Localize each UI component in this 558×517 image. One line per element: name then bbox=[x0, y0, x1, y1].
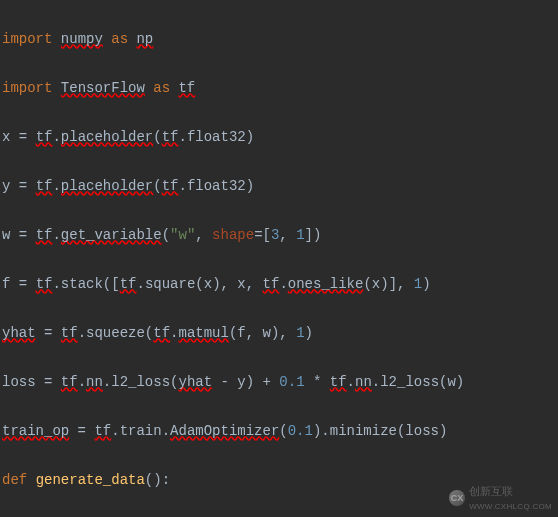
num-1: 1 bbox=[296, 227, 304, 243]
alias-tf: tf bbox=[178, 80, 195, 96]
fn-adam: AdamOptimizer bbox=[170, 423, 279, 439]
module-numpy: numpy bbox=[61, 31, 103, 47]
code-line: f = tf.stack([tf.square(x), x, tf.ones_l… bbox=[0, 272, 558, 297]
code-line: x = tf.placeholder(tf.float32) bbox=[0, 125, 558, 150]
num-1: 1 bbox=[296, 325, 304, 341]
keyword-as: as bbox=[153, 80, 170, 96]
ref-tf: tf bbox=[263, 276, 280, 292]
ref-tf: tf bbox=[162, 178, 179, 194]
fn-l2-loss: l2_loss bbox=[111, 374, 170, 390]
code-line: yhat = tf.squeeze(tf.matmul(f, w), 1) bbox=[0, 321, 558, 346]
watermark-icon: CX bbox=[449, 490, 465, 506]
def-generate-data: generate_data bbox=[36, 472, 145, 488]
ref-tf: tf bbox=[61, 325, 78, 341]
fn-ones-like: ones_like bbox=[288, 276, 364, 292]
ref-tf: tf bbox=[36, 129, 53, 145]
fn-matmul: matmul bbox=[178, 325, 228, 341]
fn-minimize: minimize bbox=[330, 423, 397, 439]
num-0-1: 0.1 bbox=[288, 423, 313, 439]
keyword-import: import bbox=[2, 80, 52, 96]
ref-tf: tf bbox=[120, 276, 137, 292]
type-float32: float32 bbox=[187, 129, 246, 145]
ref-nn: nn bbox=[355, 374, 372, 390]
fn-square: square bbox=[145, 276, 195, 292]
num-1: 1 bbox=[414, 276, 422, 292]
ref-tf: tf bbox=[36, 227, 53, 243]
keyword-as: as bbox=[111, 31, 128, 47]
code-line: loss = tf.nn.l2_loss(yhat - y) + 0.1 * t… bbox=[0, 370, 558, 395]
code-line: import numpy as np bbox=[0, 27, 558, 52]
keyword-def: def bbox=[2, 472, 27, 488]
code-line: train_op = tf.train.AdamOptimizer(0.1).m… bbox=[0, 419, 558, 444]
num-0-1: 0.1 bbox=[279, 374, 304, 390]
ref-tf: tf bbox=[153, 325, 170, 341]
type-float32: float32 bbox=[187, 178, 246, 194]
fn-placeholder: placeholder bbox=[61, 178, 153, 194]
ref-tf: tf bbox=[94, 423, 111, 439]
string-w: "w" bbox=[170, 227, 195, 243]
code-line: w = tf.get_variable("w", shape=[3, 1]) bbox=[0, 223, 558, 248]
ref-tf: tf bbox=[36, 178, 53, 194]
watermark-text: 创新互联 WWW.CXHLCQ.COM bbox=[469, 484, 552, 511]
module-tensorflow: TensorFlow bbox=[61, 80, 145, 96]
fn-squeeze: squeeze bbox=[86, 325, 145, 341]
keyword-import: import bbox=[2, 31, 52, 47]
fn-stack: stack bbox=[61, 276, 103, 292]
ref-tf: tf bbox=[36, 276, 53, 292]
code-line: y = tf.placeholder(tf.float32) bbox=[0, 174, 558, 199]
attr-train: train bbox=[120, 423, 162, 439]
fn-get-variable: get_variable bbox=[61, 227, 162, 243]
alias-np: np bbox=[136, 31, 153, 47]
ref-nn: nn bbox=[86, 374, 103, 390]
ref-tf: tf bbox=[330, 374, 347, 390]
param-shape: shape bbox=[212, 227, 254, 243]
ref-tf: tf bbox=[61, 374, 78, 390]
eq: = bbox=[10, 129, 35, 145]
code-editor[interactable]: import numpy as np import TensorFlow as … bbox=[0, 0, 558, 517]
watermark: CX 创新互联 WWW.CXHLCQ.COM bbox=[449, 484, 552, 511]
var-loss: loss bbox=[2, 374, 36, 390]
var-train-op: train_op bbox=[2, 423, 69, 439]
fn-l2-loss: l2_loss bbox=[380, 374, 439, 390]
ref-tf: tf bbox=[162, 129, 179, 145]
var-yhat: yhat bbox=[2, 325, 36, 341]
fn-placeholder: placeholder bbox=[61, 129, 153, 145]
code-line: import TensorFlow as tf bbox=[0, 76, 558, 101]
